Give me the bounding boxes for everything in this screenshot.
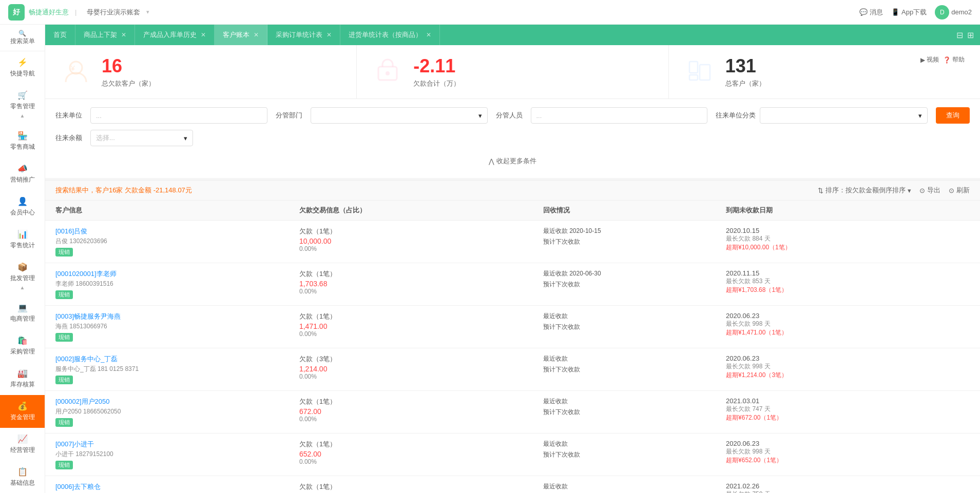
customer-code-1[interactable]: [0001020001]李老师 [55, 269, 299, 279]
refresh-icon: ⊙ [949, 187, 954, 194]
tab-incoming-stats[interactable]: 进货单统计表（按商品） ✕ [340, 25, 440, 45]
sidebar-item-marketing[interactable]: 📣 营销推广 [0, 157, 45, 190]
person-label: 分管人员 [496, 111, 527, 120]
sidebar: 🔍 搜索菜单 ⚡ 快捷导航 🛒 零售管理 ▲ 🏪 零售商城 📣 营销推广 👤 会… [0, 25, 45, 493]
svg-rect-5 [700, 65, 710, 80]
overdue-0: 2020.10.15 最长欠款 884 天 超期¥10,000.00（1笔） [726, 227, 970, 252]
sidebar-item-retail-shop[interactable]: 🏪 零售商城 [0, 125, 45, 157]
tab-close-goods-offline[interactable]: ✕ [121, 31, 126, 38]
sidebar-item-basic[interactable]: 📋 基础信息 [0, 461, 45, 493]
debt-info-6: 欠款（1笔） 455.90 0.00% [299, 482, 543, 493]
sidebar-item-quick-nav[interactable]: ⚡ 快捷导航 [0, 51, 45, 84]
dept-select[interactable]: ▾ [311, 107, 488, 124]
filter-dept: 分管部门 ▾ [276, 107, 488, 124]
from-unit-input[interactable]: ... [90, 107, 267, 124]
table-row: [0002]服务中心_丁磊 服务中心_丁磊 181 0125 8371 现销 欠… [45, 348, 980, 391]
sidebar-item-finance[interactable]: 💰 资金管理 [0, 395, 45, 428]
export-icon: ⊙ [919, 187, 925, 194]
tab-home[interactable]: 首页 [45, 25, 75, 45]
stat-icon-customers: ¥ [61, 56, 91, 87]
tab-close-customer-account[interactable]: ✕ [254, 31, 259, 38]
video-btn[interactable]: ▶ 视频 [920, 55, 939, 64]
help-btn[interactable]: ❓ 帮助 [943, 55, 965, 64]
sidebar-search[interactable]: 🔍 搜索菜单 [0, 25, 45, 51]
marketing-icon: 📣 [17, 164, 28, 173]
balance-select[interactable]: 选择... ▾ [90, 130, 193, 146]
overdue-4: 2021.03.01 最长欠款 747 天 超期¥672.00（1笔） [726, 397, 970, 422]
ecommerce-icon: 💻 [17, 303, 28, 312]
stat-card3-actions: ▶ 视频 ❓ 帮助 [920, 55, 965, 64]
overdue-link-4[interactable]: 超期¥672.00（1笔） [726, 413, 970, 422]
members-icon: 👤 [17, 196, 28, 206]
tab-bar: 首页 商品上下架 ✕ 产成品入库单历史 ✕ 客户账本 ✕ 采购订单统计表 ✕ 进… [45, 25, 980, 45]
tab-purchase-stats[interactable]: 采购订单统计表 ✕ [267, 25, 340, 45]
sidebar-item-members[interactable]: 👤 会员中心 [0, 190, 45, 223]
table-row: [000002]用户2050 用户2050 18665062050 现销 欠款（… [45, 391, 980, 433]
customer-code-0[interactable]: [0016]吕俊 [55, 227, 299, 236]
tab-customer-account[interactable]: 客户账本 ✕ [215, 25, 267, 45]
main-layout: 🔍 搜索菜单 ⚡ 快捷导航 🛒 零售管理 ▲ 🏪 零售商城 📣 营销推广 👤 会… [0, 25, 980, 493]
overdue-link-0[interactable]: 超期¥10,000.00（1笔） [726, 243, 970, 252]
overdue-link-2[interactable]: 超期¥1,471.00（1笔） [726, 328, 970, 337]
tab-close-production-history[interactable]: ✕ [201, 31, 206, 38]
sidebar-item-batch-mgmt[interactable]: 📦 批发管理 ▲ [0, 256, 45, 297]
tab-goods-offline[interactable]: 商品上下架 ✕ [75, 25, 135, 45]
tab-maximize-btn[interactable]: ⊞ [965, 28, 976, 42]
tab-bar-end: ⊟ ⊞ [950, 28, 980, 42]
sidebar-item-purchase[interactable]: 🛍️ 采购管理 [0, 329, 45, 362]
col-collection: 回收情况 [543, 206, 726, 215]
overdue-link-5[interactable]: 超期¥652.00（1笔） [726, 456, 970, 465]
logo-area: 好 畅捷通好生意 | 母婴行业演示账套 ▾ [8, 4, 149, 21]
tab-close-incoming-stats[interactable]: ✕ [426, 31, 431, 38]
table-row: [0003]畅捷服务尹海燕 海燕 18513066976 现销 欠款（1笔） 1… [45, 306, 980, 348]
customer-code-6[interactable]: [0006]去下粮仓 [55, 482, 299, 491]
tab-minimize-btn[interactable]: ⊟ [954, 28, 965, 42]
stat-card-debt-total: -2.11 欠款合计（万） [357, 45, 668, 98]
collection-4: 最近收款 预计下次收款 [543, 397, 726, 417]
table-header: 客户信息 欠款交易信息（占比） 回收情况 到期未收款日期 [45, 201, 980, 221]
col-customer-info: 客户信息 [55, 206, 299, 215]
svg-point-3 [386, 71, 390, 75]
refresh-btn[interactable]: ⊙ 刷新 [949, 186, 970, 195]
sidebar-item-ecommerce[interactable]: 💻 电商管理 [0, 297, 45, 329]
inventory-icon: 🏭 [17, 368, 28, 378]
retail-mgmt-icon: 🛒 [17, 90, 28, 100]
customer-code-3[interactable]: [0002]服务中心_丁磊 [55, 354, 299, 364]
sort-label: ⇅ 排序：按欠款金额倒序排序 ▾ [818, 186, 911, 195]
customer-code-2[interactable]: [0003]畅捷服务尹海燕 [55, 312, 299, 321]
unit-class-select[interactable]: ▾ [760, 107, 928, 124]
table-row: [0006]去下粮仓 陈小希 现销 欠款（1笔） 455.90 0.00% 最近… [45, 476, 980, 493]
svg-text:¥: ¥ [70, 64, 75, 72]
sidebar-item-retail-mgmt[interactable]: 🛒 零售管理 ▲ [0, 84, 45, 125]
overdue-link-1[interactable]: 超期¥1,703.68（1笔） [726, 286, 970, 294]
collection-1: 最近收款 2020-06-30 预计下次收款 [543, 269, 726, 289]
debt-info-4: 欠款（1笔） 672.00 0.00% [299, 397, 543, 423]
batch-mgmt-icon: 📦 [17, 262, 28, 272]
tab-production-history[interactable]: 产成品入库单历史 ✕ [135, 25, 215, 45]
person-input[interactable]: ... [531, 107, 708, 124]
sort-arrow[interactable]: ▾ [908, 187, 911, 194]
customer-code-5[interactable]: [0007]小进干 [55, 440, 299, 449]
dept-label: 分管部门 [276, 111, 306, 120]
customer-info-5: [0007]小进干 小进干 18279152100 现销 [55, 440, 299, 469]
customer-info-1: [0001020001]李老师 李老师 18600391516 现销 [55, 269, 299, 299]
search-button[interactable]: 查询 [936, 107, 970, 124]
export-btn[interactable]: ⊙ 导出 [919, 186, 940, 195]
app-download-btn[interactable]: 📱 App下载 [891, 8, 927, 17]
total-customers-number: 131 [725, 55, 910, 77]
user-area[interactable]: D demo2 [935, 5, 972, 19]
sidebar-item-retail-stats[interactable]: 📊 零售统计 [0, 223, 45, 256]
sidebar-item-ops[interactable]: 📈 经营管理 [0, 428, 45, 461]
overdue-link-3[interactable]: 超期¥1,214.00（3笔） [726, 371, 970, 380]
col-debt-info: 欠款交易信息（占比） [299, 206, 543, 215]
debt-total-label: 欠款合计（万） [413, 79, 652, 88]
stat-info-total-customers: 131 总客户（家） [725, 55, 910, 88]
customer-code-4[interactable]: [000002]用户2050 [55, 397, 299, 406]
collapse-btn[interactable]: ⋀ 收起更多条件 [55, 152, 970, 170]
message-btn[interactable]: 💬 消息 [859, 8, 883, 17]
dropdown-arrow-store[interactable]: ▾ [146, 9, 149, 15]
tab-close-purchase-stats[interactable]: ✕ [326, 31, 332, 38]
batch-mgmt-arrow: ▲ [20, 285, 25, 290]
stat-card-total-customers: 131 总客户（家） ▶ 视频 ❓ 帮助 [669, 45, 980, 98]
sidebar-item-inventory[interactable]: 🏭 库存核算 [0, 362, 45, 395]
